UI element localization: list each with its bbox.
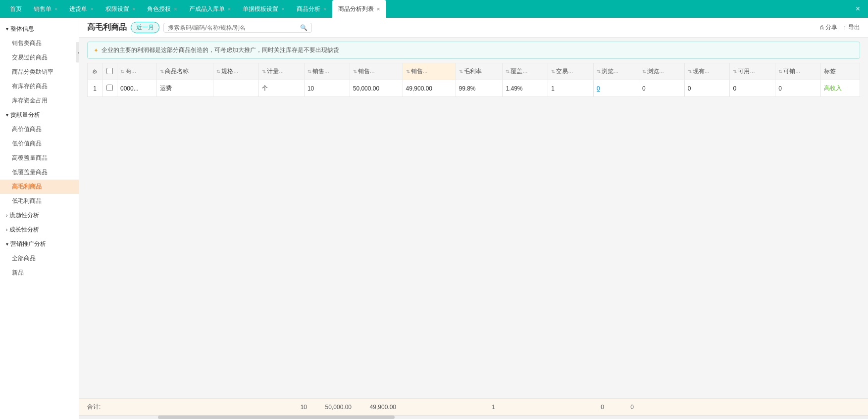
total-current: 0 bbox=[577, 404, 607, 411]
total-sale-qty: 10 bbox=[280, 404, 310, 411]
col-spec[interactable]: ⇅规格... bbox=[213, 63, 259, 80]
search-input[interactable] bbox=[168, 24, 300, 31]
share-btn[interactable]: ⎙ 分享 bbox=[820, 23, 837, 32]
sidebar-section-contribution[interactable]: ▾ 贡献量分析 bbox=[0, 108, 79, 122]
table-container: ⚙ ⇅商... ⇅商品名称 ⇅规格... ⇅计量... ⇅销售... ⇅销售..… bbox=[79, 63, 868, 398]
sidebar-collapse-btn[interactable]: « bbox=[76, 43, 79, 62]
total-sale-amount: 50,000.00 bbox=[310, 404, 355, 411]
sidebar-item-high-coverage[interactable]: 高覆盖量商品 bbox=[0, 151, 79, 165]
cell-unit: 个 bbox=[259, 80, 305, 97]
nav-product-inbound[interactable]: 产成品入库单 × bbox=[183, 0, 237, 18]
arrow-contribution: ▾ bbox=[6, 112, 8, 118]
sidebar-item-stock-capital[interactable]: 库存资金占用 bbox=[0, 93, 79, 108]
close-purchase[interactable]: × bbox=[90, 6, 93, 12]
footer-total: 合计: 10 50,000.00 49,900.00 1 0 0 bbox=[79, 398, 868, 415]
col-unit[interactable]: ⇅计量... bbox=[259, 63, 305, 80]
nav-sales[interactable]: 销售单 × bbox=[28, 0, 63, 18]
close-auth-settings[interactable]: × bbox=[132, 6, 135, 12]
cell-gross-margin: 99.8% bbox=[456, 80, 503, 97]
total-label: 合计: bbox=[87, 403, 127, 411]
sidebar-item-low-margin[interactable]: 低毛利商品 bbox=[0, 194, 79, 208]
col-checkbox[interactable] bbox=[102, 63, 117, 80]
col-code[interactable]: ⇅商... bbox=[117, 63, 157, 80]
close-product-inbound[interactable]: × bbox=[228, 6, 231, 12]
export-icon: ↑ bbox=[843, 24, 846, 31]
arrow-flow: › bbox=[6, 213, 7, 218]
sidebar-item-all-goods[interactable]: 全部商品 bbox=[0, 251, 79, 266]
table-row: 1 0000... 运费 个 10 50,000.00 49,900.00 99… bbox=[88, 80, 860, 97]
col-gross-margin[interactable]: ⇅毛利率 bbox=[456, 63, 503, 80]
col-coverage[interactable]: ⇅覆盖... bbox=[503, 63, 548, 80]
cell-checkbox[interactable] bbox=[102, 80, 117, 97]
page-title: 高毛利商品 bbox=[87, 22, 127, 33]
close-all-btn[interactable]: × bbox=[852, 4, 864, 13]
search-box: 🔍 bbox=[163, 23, 312, 33]
sidebar-section-marketing[interactable]: ▾ 营销推广分析 bbox=[0, 237, 79, 251]
bottom-scrollbar[interactable] bbox=[79, 415, 868, 419]
filter-recent-month-btn[interactable]: 近一月 bbox=[131, 22, 159, 33]
close-template-settings[interactable]: × bbox=[281, 6, 284, 12]
nav-role-auth[interactable]: 角色授权 × bbox=[141, 0, 183, 18]
total-sale-profit: 49,900.00 bbox=[355, 404, 399, 411]
sidebar-section-growth[interactable]: › 成长性分析 bbox=[0, 223, 79, 237]
sidebar-section-overall[interactable]: ▾ 整体信息 bbox=[0, 22, 79, 36]
total-transaction: 1 bbox=[468, 404, 498, 411]
total-spacer2 bbox=[216, 404, 255, 411]
col-current[interactable]: ⇅现有... bbox=[684, 63, 730, 80]
col-available[interactable]: ⇅可用... bbox=[730, 63, 775, 80]
col-name[interactable]: ⇅商品名称 bbox=[157, 63, 213, 80]
cell-available: 0 bbox=[730, 80, 775, 97]
scrollbar-thumb[interactable] bbox=[158, 416, 395, 419]
export-btn[interactable]: ↑ 导出 bbox=[843, 23, 860, 32]
sidebar-item-traded-goods[interactable]: 交易过的商品 bbox=[0, 50, 79, 65]
info-icon: ✦ bbox=[94, 47, 99, 54]
total-spacer3 bbox=[255, 404, 280, 411]
sidebar-item-sales-goods[interactable]: 销售类商品 bbox=[0, 36, 79, 50]
col-settings[interactable]: ⚙ bbox=[88, 63, 102, 80]
nav-template-settings[interactable]: 单据模板设置 × bbox=[237, 0, 290, 18]
nav-purchase[interactable]: 进货单 × bbox=[63, 0, 99, 18]
sidebar-section-flow[interactable]: › 流趋性分析 bbox=[0, 208, 79, 223]
arrow-marketing: ▾ bbox=[6, 241, 8, 247]
cell-salable: 0 bbox=[775, 80, 821, 97]
row-checkbox[interactable] bbox=[106, 85, 113, 91]
cell-transaction: 1 bbox=[548, 80, 594, 97]
nav-auth-settings[interactable]: 权限设置 × bbox=[100, 0, 141, 18]
close-role-auth[interactable]: × bbox=[174, 6, 177, 12]
close-sales[interactable]: × bbox=[54, 6, 57, 12]
nav-home[interactable]: 首页 bbox=[4, 0, 28, 18]
col-view2[interactable]: ⇅浏览... bbox=[639, 63, 684, 80]
sidebar-item-category-rate[interactable]: 商品分类助销率 bbox=[0, 65, 79, 79]
cell-spec bbox=[213, 80, 259, 97]
col-sale-qty[interactable]: ⇅销售... bbox=[304, 63, 350, 80]
cell-view1[interactable]: 0 bbox=[594, 80, 639, 97]
col-sale-amount[interactable]: ⇅销售... bbox=[350, 63, 403, 80]
table-header-row: ⚙ ⇅商... ⇅商品名称 ⇅规格... ⇅计量... ⇅销售... ⇅销售..… bbox=[88, 63, 860, 80]
nav-product-analysis-list[interactable]: 商品分析列表 × bbox=[332, 0, 386, 18]
sidebar-item-stock-goods[interactable]: 有库存的商品 bbox=[0, 79, 79, 93]
cell-current: 0 bbox=[684, 80, 730, 97]
col-view1[interactable]: ⇅浏览... bbox=[594, 63, 639, 80]
cell-sale-amount: 50,000.00 bbox=[350, 80, 403, 97]
sidebar-item-low-value[interactable]: 低价值商品 bbox=[0, 137, 79, 151]
cell-code: 0000... bbox=[117, 80, 157, 97]
close-product-analysis[interactable]: × bbox=[323, 6, 326, 12]
cell-view2: 0 bbox=[639, 80, 684, 97]
search-icon[interactable]: 🔍 bbox=[300, 24, 307, 31]
arrow-growth: › bbox=[6, 227, 7, 233]
main-layout: « ▾ 整体信息 销售类商品 交易过的商品 商品分类助销率 有库存的商品 库存资… bbox=[0, 18, 868, 419]
col-transaction[interactable]: ⇅交易... bbox=[548, 63, 594, 80]
sidebar: « ▾ 整体信息 销售类商品 交易过的商品 商品分类助销率 有库存的商品 库存资… bbox=[0, 18, 79, 419]
col-salable[interactable]: ⇅可销... bbox=[775, 63, 821, 80]
nav-product-analysis[interactable]: 商品分析 × bbox=[291, 0, 332, 18]
cell-name: 运费 bbox=[157, 80, 213, 97]
sidebar-item-high-value[interactable]: 高价值商品 bbox=[0, 122, 79, 137]
sidebar-item-new-goods[interactable]: 新品 bbox=[0, 266, 79, 280]
sidebar-item-high-margin[interactable]: 高毛利商品 bbox=[0, 180, 79, 194]
select-all-checkbox[interactable] bbox=[106, 68, 113, 74]
col-sale-profit[interactable]: ⇅销售... bbox=[403, 63, 456, 80]
sidebar-item-low-coverage[interactable]: 低覆盖量商品 bbox=[0, 165, 79, 180]
close-product-analysis-list[interactable]: × bbox=[377, 6, 380, 12]
content-area: 高毛利商品 近一月 🔍 ⎙ 分享 ↑ 导出 ✦ 企业的主要的利润都是这部分商品创… bbox=[79, 18, 868, 419]
info-banner: ✦ 企业的主要的利润都是这部分商品创造的，可考虑加大推广，同时关注库存是不要出现… bbox=[87, 42, 860, 59]
